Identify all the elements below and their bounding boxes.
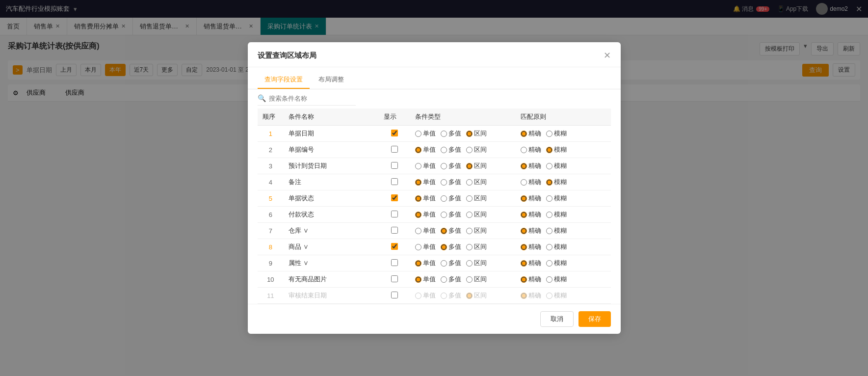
type-radio-input-9-0[interactable]: [415, 276, 421, 283]
display-checkbox-4[interactable]: [391, 195, 398, 203]
match-radio-input-9-0[interactable]: [521, 276, 527, 283]
row-type-0[interactable]: 单值多值区间: [410, 126, 516, 142]
match-radio-9-1[interactable]: 模糊: [546, 275, 567, 284]
row-display-5[interactable]: [379, 207, 410, 223]
type-radio-10-2[interactable]: 区间: [466, 291, 487, 300]
type-radio-2-2[interactable]: 区间: [466, 161, 487, 170]
row-match-4[interactable]: 精确模糊: [516, 190, 610, 207]
type-radio-input-6-1[interactable]: [441, 228, 447, 234]
dialog-close-btn[interactable]: ✕: [604, 50, 611, 61]
type-radio-7-0[interactable]: 单值: [415, 242, 436, 251]
row-match-10[interactable]: 精确模糊: [516, 288, 610, 304]
type-radio-2-1[interactable]: 多值: [441, 161, 461, 170]
type-radio-input-1-0[interactable]: [415, 147, 421, 153]
row-display-2[interactable]: [379, 158, 410, 174]
type-radio-8-1[interactable]: 多值: [441, 259, 461, 268]
match-radio-input-3-0[interactable]: [521, 179, 527, 186]
display-checkbox-input-5[interactable]: [391, 211, 398, 217]
match-radio-input-6-0[interactable]: [521, 228, 527, 234]
match-radio-3-0[interactable]: 精确: [521, 178, 541, 187]
type-radio-input-8-2[interactable]: [466, 260, 473, 267]
type-radio-5-1[interactable]: 多值: [441, 210, 461, 219]
row-match-6[interactable]: 精确模糊: [516, 223, 610, 239]
match-radio-10-0[interactable]: 精确: [521, 291, 541, 300]
row-match-3[interactable]: 精确模糊: [516, 174, 610, 190]
display-checkbox-input-7[interactable]: [391, 243, 398, 250]
type-radio-input-3-0[interactable]: [415, 179, 421, 186]
row-match-2[interactable]: 精确模糊: [516, 158, 610, 174]
display-checkbox-5[interactable]: [391, 212, 398, 219]
type-radio-input-2-0[interactable]: [415, 163, 421, 169]
type-radio-8-2[interactable]: 区间: [466, 259, 487, 268]
type-radio-input-6-0[interactable]: [415, 228, 421, 234]
type-radio-input-4-2[interactable]: [466, 195, 473, 202]
match-radio-input-4-1[interactable]: [546, 195, 552, 202]
match-radio-input-8-0[interactable]: [521, 260, 527, 267]
row-display-3[interactable]: [379, 174, 410, 190]
type-radio-input-0-0[interactable]: [415, 131, 421, 137]
type-radio-input-10-0[interactable]: [415, 293, 421, 299]
tab-query-fields[interactable]: 查询字段设置: [258, 72, 310, 89]
cancel-button[interactable]: 取消: [540, 311, 574, 327]
display-checkbox-input-4[interactable]: [391, 194, 398, 201]
type-radio-6-0[interactable]: 单值: [415, 226, 436, 235]
display-checkbox-input-1[interactable]: [391, 146, 398, 153]
display-checkbox-10[interactable]: [391, 293, 398, 300]
match-radio-1-0[interactable]: 精确: [521, 145, 541, 154]
type-radio-input-8-1[interactable]: [441, 260, 447, 267]
display-checkbox-input-10[interactable]: [391, 292, 398, 298]
type-radio-4-2[interactable]: 区间: [466, 194, 487, 203]
tab-layout[interactable]: 布局调整: [312, 72, 351, 89]
row-type-8[interactable]: 单值多值区间: [410, 255, 516, 271]
match-radio-input-4-0[interactable]: [521, 195, 527, 202]
type-radio-9-0[interactable]: 单值: [415, 275, 436, 284]
row-match-9[interactable]: 精确模糊: [516, 271, 610, 288]
match-radio-5-0[interactable]: 精确: [521, 210, 541, 219]
match-radio-6-0[interactable]: 精确: [521, 226, 541, 235]
row-display-6[interactable]: [379, 223, 410, 239]
display-checkbox-input-9[interactable]: [391, 275, 398, 282]
type-radio-9-2[interactable]: 区间: [466, 275, 487, 284]
display-checkbox-8[interactable]: [391, 260, 398, 268]
display-checkbox-1[interactable]: [391, 147, 398, 154]
match-radio-5-1[interactable]: 模糊: [546, 210, 567, 219]
row-display-7[interactable]: [379, 239, 410, 255]
match-radio-input-10-0[interactable]: [521, 293, 527, 299]
row-type-6[interactable]: 单值多值区间: [410, 223, 516, 239]
row-match-0[interactable]: 精确模糊: [516, 126, 610, 142]
match-radio-3-1[interactable]: 模糊: [546, 178, 567, 187]
match-radio-4-1[interactable]: 模糊: [546, 194, 567, 203]
type-radio-input-1-1[interactable]: [441, 147, 447, 153]
type-radio-1-0[interactable]: 单值: [415, 145, 436, 154]
row-match-8[interactable]: 精确模糊: [516, 255, 610, 271]
type-radio-0-1[interactable]: 多值: [441, 129, 461, 138]
match-radio-input-5-1[interactable]: [546, 212, 552, 218]
match-radio-input-1-0[interactable]: [521, 147, 527, 153]
type-radio-7-1[interactable]: 多值: [441, 242, 461, 251]
type-radio-input-3-1[interactable]: [441, 179, 447, 186]
type-radio-4-0[interactable]: 单值: [415, 194, 436, 203]
type-radio-input-2-1[interactable]: [441, 163, 447, 169]
match-radio-6-1[interactable]: 模糊: [546, 226, 567, 235]
type-radio-input-8-0[interactable]: [415, 260, 421, 267]
match-radio-0-0[interactable]: 精确: [521, 129, 541, 138]
display-checkbox-input-0[interactable]: [391, 130, 398, 136]
match-radio-0-1[interactable]: 模糊: [546, 129, 567, 138]
type-radio-10-1[interactable]: 多值: [441, 291, 461, 300]
match-radio-input-1-1[interactable]: [546, 147, 552, 153]
type-radio-input-2-2[interactable]: [466, 163, 473, 169]
type-radio-input-5-0[interactable]: [415, 212, 421, 218]
display-checkbox-7[interactable]: [391, 244, 398, 251]
row-display-1[interactable]: [379, 142, 410, 158]
type-radio-input-9-1[interactable]: [441, 276, 447, 283]
row-display-0[interactable]: [379, 126, 410, 142]
match-radio-8-1[interactable]: 模糊: [546, 259, 567, 268]
match-radio-2-0[interactable]: 精确: [521, 161, 541, 170]
type-radio-8-0[interactable]: 单值: [415, 259, 436, 268]
type-radio-input-6-2[interactable]: [466, 228, 473, 234]
display-checkbox-input-3[interactable]: [391, 178, 398, 185]
match-radio-7-1[interactable]: 模糊: [546, 242, 567, 251]
match-radio-input-6-1[interactable]: [546, 228, 552, 234]
row-match-5[interactable]: 精确模糊: [516, 207, 610, 223]
type-radio-5-2[interactable]: 区间: [466, 210, 487, 219]
